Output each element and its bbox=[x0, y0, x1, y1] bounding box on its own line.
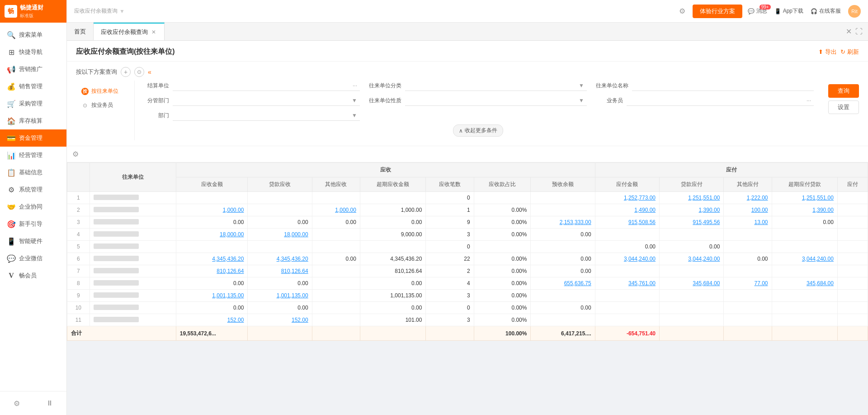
topbar-gear-btn[interactable]: ⚙ bbox=[677, 5, 687, 17]
table-cell[interactable]: 77.00 bbox=[724, 277, 772, 290]
table-cell[interactable] bbox=[772, 241, 837, 253]
table-cell[interactable] bbox=[595, 302, 659, 314]
table-cell[interactable]: 13.00 bbox=[724, 216, 772, 229]
table-cell[interactable]: 1,001,135.00 bbox=[248, 290, 312, 302]
table-cell[interactable]: 18,000.00 bbox=[176, 229, 248, 241]
table-cell[interactable] bbox=[660, 314, 724, 326]
sidebar-item-wechat[interactable]: 💬 企业微信 bbox=[0, 250, 66, 267]
sidebar-item-finance[interactable]: 💳 资金管理 bbox=[0, 129, 66, 147]
table-cell[interactable]: 1,000.00 bbox=[312, 204, 360, 216]
partner-category-input[interactable]: ▼ bbox=[405, 81, 587, 91]
table-cell[interactable]: 0.00 bbox=[312, 253, 360, 265]
table-cell[interactable]: 1,000.00 bbox=[176, 204, 248, 216]
sidebar-item-nav[interactable]: ⊞ 快捷导航 bbox=[0, 43, 66, 61]
table-cell[interactable] bbox=[312, 277, 360, 290]
refresh-btn[interactable]: ↻ 刷新 bbox=[840, 48, 859, 56]
table-cell[interactable] bbox=[724, 302, 772, 314]
tab-close-window-btn[interactable]: ✕ bbox=[846, 27, 852, 36]
table-cell[interactable] bbox=[595, 290, 659, 302]
table-cell[interactable] bbox=[660, 290, 724, 302]
partner-name-input[interactable] bbox=[632, 81, 814, 91]
table-cell[interactable]: 1,251,551.00 bbox=[772, 192, 837, 204]
table-cell[interactable]: 1,252,773.00 bbox=[595, 192, 659, 204]
table-cell[interactable]: 810,126.64 bbox=[176, 265, 248, 277]
table-cell[interactable]: 0.00 bbox=[176, 216, 248, 229]
table-cell[interactable]: 0.00 bbox=[312, 216, 360, 229]
tab-fullscreen-btn[interactable]: ⛶ bbox=[855, 28, 863, 36]
table-cell[interactable]: 100.00 bbox=[724, 204, 772, 216]
table-cell[interactable]: 0.00 bbox=[772, 216, 837, 229]
partner-nature-input[interactable]: ▼ bbox=[405, 95, 587, 106]
table-cell[interactable] bbox=[660, 265, 724, 277]
sidebar-item-marketing[interactable]: 📢 营销推广 bbox=[0, 61, 66, 78]
table-cell[interactable]: 1,001,135.00 bbox=[176, 290, 248, 302]
table-cell[interactable]: 0.00 bbox=[531, 265, 595, 277]
table-cell[interactable]: 3,044,240.00 bbox=[660, 253, 724, 265]
sidebar-item-inventory[interactable]: 🏠 库存核算 bbox=[0, 112, 66, 129]
msg-btn[interactable]: 💬 消息 99+ bbox=[748, 7, 767, 15]
table-cell[interactable]: 1,390.00 bbox=[660, 204, 724, 216]
table-cell[interactable] bbox=[660, 229, 724, 241]
table-cell[interactable] bbox=[531, 204, 595, 216]
table-cell[interactable] bbox=[248, 192, 312, 204]
table-cell[interactable]: 4,345,436.20 bbox=[176, 253, 248, 265]
filter-scheme-btn[interactable]: ⊙ bbox=[134, 67, 144, 77]
table-cell[interactable]: 655,636.75 bbox=[531, 277, 595, 290]
table-cell[interactable]: 0.00 bbox=[176, 277, 248, 290]
table-cell[interactable] bbox=[724, 229, 772, 241]
table-cell[interactable] bbox=[724, 290, 772, 302]
dept-managed-input[interactable]: ▼ bbox=[173, 95, 360, 106]
table-cell[interactable]: 0.00 bbox=[248, 277, 312, 290]
query-btn[interactable]: 查询 bbox=[828, 84, 859, 98]
tab-ar-ap[interactable]: 应收应付余额查询 ✕ bbox=[94, 23, 165, 40]
filter-add-btn[interactable]: + bbox=[121, 67, 131, 77]
table-cell[interactable]: 0.00 bbox=[531, 229, 595, 241]
table-cell[interactable] bbox=[312, 314, 360, 326]
table-cell[interactable]: 3,044,240.00 bbox=[772, 253, 837, 265]
sidebar-item-operation[interactable]: 📊 经营管理 bbox=[0, 147, 66, 164]
table-cell[interactable]: 18,000.00 bbox=[248, 229, 312, 241]
table-cell[interactable] bbox=[595, 314, 659, 326]
sidebar-collapse-btn[interactable]: ⏸ bbox=[42, 396, 57, 410]
sidebar-item-basic[interactable]: 📋 基础信息 bbox=[0, 164, 66, 181]
table-cell[interactable]: 915,508.56 bbox=[595, 216, 659, 229]
sidebar-item-member[interactable]: V 畅会员 bbox=[0, 267, 66, 284]
table-cell[interactable]: 0.00 bbox=[531, 302, 595, 314]
table-cell[interactable]: 1,222.00 bbox=[724, 192, 772, 204]
export-btn[interactable]: ⬆ 导出 bbox=[818, 48, 837, 56]
table-cell[interactable] bbox=[595, 265, 659, 277]
sidebar-settings-btn[interactable]: ⚙ bbox=[9, 396, 24, 410]
scheme-item-partner[interactable]: 按 按往来单位 bbox=[76, 84, 134, 98]
sidebar-item-sales[interactable]: 💰 销售管理 bbox=[0, 78, 66, 95]
table-cell[interactable]: 0.00 bbox=[248, 216, 312, 229]
table-cell[interactable]: 152.00 bbox=[248, 314, 312, 326]
sidebar-item-purchase[interactable]: 🛒 采购管理 bbox=[0, 95, 66, 112]
sidebar-item-system[interactable]: ⚙ 系统管理 bbox=[0, 181, 66, 198]
tab-close-btn[interactable]: ✕ bbox=[151, 28, 157, 36]
table-cell[interactable] bbox=[312, 290, 360, 302]
table-cell[interactable] bbox=[531, 290, 595, 302]
table-cell[interactable] bbox=[772, 229, 837, 241]
table-cell[interactable]: 4,345,436.20 bbox=[248, 253, 312, 265]
table-cell[interactable]: 810,126.64 bbox=[248, 265, 312, 277]
table-cell[interactable]: 3,044,240.00 bbox=[595, 253, 659, 265]
table-cell[interactable] bbox=[772, 265, 837, 277]
table-cell[interactable] bbox=[312, 302, 360, 314]
table-cell[interactable]: 0.00 bbox=[176, 302, 248, 314]
table-cell[interactable] bbox=[660, 302, 724, 314]
filter-collapse-btn[interactable]: « bbox=[148, 68, 151, 76]
salesman-ellipsis[interactable]: ··· bbox=[807, 97, 811, 104]
table-cell[interactable]: 152.00 bbox=[176, 314, 248, 326]
table-cell[interactable] bbox=[248, 241, 312, 253]
table-cell[interactable] bbox=[531, 192, 595, 204]
table-settings-icon[interactable]: ⚙ bbox=[72, 150, 79, 158]
table-cell[interactable]: 0.00 bbox=[724, 253, 772, 265]
table-cell[interactable]: 1,390.00 bbox=[772, 204, 837, 216]
table-cell[interactable]: 915,495.56 bbox=[660, 216, 724, 229]
table-cell[interactable]: 345,761.00 bbox=[595, 277, 659, 290]
table-cell[interactable]: 1,490.00 bbox=[595, 204, 659, 216]
table-cell[interactable] bbox=[724, 314, 772, 326]
settlement-unit-input[interactable]: ··· bbox=[173, 81, 360, 91]
scheme-item-salesman[interactable]: ⊙ 按业务员 bbox=[76, 98, 134, 112]
table-cell[interactable] bbox=[176, 192, 248, 204]
